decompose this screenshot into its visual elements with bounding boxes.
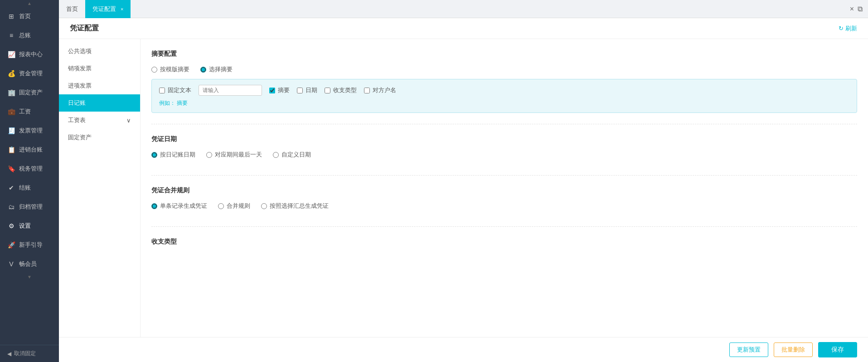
update-preview-button[interactable]: 更新预置 [729, 342, 768, 357]
radio-select-input[interactable] [200, 67, 206, 73]
tab-close-icon[interactable]: × [121, 6, 123, 12]
summary-config-title: 摘要配置 [151, 50, 857, 58]
merge-rules-title: 凭证合并规则 [151, 186, 857, 195]
fixed-assets-icon: 🏢 [7, 89, 15, 96]
checkout-icon: ✔ [7, 184, 15, 191]
tax-icon: 🔖 [7, 165, 15, 172]
sidebar-item-tax[interactable]: 🔖 税务管理 [0, 159, 59, 178]
batch-delete-button[interactable]: 批量删除 [774, 342, 813, 357]
checkbox-date-input[interactable] [297, 88, 303, 93]
checkbox-summary-input[interactable] [269, 88, 275, 93]
payroll-arrow-icon: ∨ [126, 117, 131, 124]
invoice-icon: 🧾 [7, 127, 15, 134]
sidebar-item-purchase-sales[interactable]: 📋 进销台账 [0, 140, 59, 159]
unpin-icon: ◀ [7, 351, 11, 357]
content-wrapper: 凭证配置 ↻ 刷新 公共选项 销项发票 进项发票 日记账 [59, 18, 868, 362]
page-header: 凭证配置 ↻ 刷新 [59, 18, 868, 39]
ledger-icon: ≡ [7, 32, 15, 39]
right-content: 摘要配置 按模版摘要 选择摘要 [141, 39, 868, 337]
sidebar-item-member[interactable]: V 畅会员 [0, 254, 59, 274]
checkbox-counterparty[interactable]: 对方户名 [364, 86, 396, 94]
sidebar-item-guide[interactable]: 🚀 新手引导 [0, 235, 59, 254]
body-layout: 公共选项 销项发票 进项发票 日记账 工资表 ∨ 固定资产 [59, 39, 868, 337]
radio-single-record[interactable]: 单条记录生成凭证 [151, 202, 207, 210]
radio-template-summary[interactable]: 按模版摘要 [151, 65, 189, 73]
guide-icon: 🚀 [7, 241, 15, 249]
sidebar-item-report[interactable]: 📈 报表中心 [0, 45, 59, 64]
sidebar-item-fund[interactable]: 💰 资金管理 [0, 64, 59, 83]
checkbox-summary[interactable]: 摘要 [269, 86, 290, 94]
summary-text-input[interactable] [199, 85, 262, 96]
radio-last-day[interactable]: 对应期间最后一天 [206, 151, 262, 159]
merge-rules-section: 凭证合并规则 单条记录生成凭证 合并规则 按照选择汇总生成凭证 [151, 186, 857, 227]
voucher-date-radio-row: 按日记账日期 对应期间最后一天 自定义日期 [151, 151, 857, 159]
radio-select-generate-input[interactable] [261, 203, 267, 209]
left-nav: 公共选项 销项发票 进项发票 日记账 工资表 ∨ 固定资产 [59, 39, 141, 337]
refresh-button[interactable]: ↻ 刷新 [839, 24, 857, 33]
nav-public-options[interactable]: 公共选项 [59, 43, 140, 60]
summary-radio-row: 按模版摘要 选择摘要 [151, 65, 857, 73]
checkbox-income-type[interactable]: 收支类型 [325, 86, 357, 94]
radio-last-day-input[interactable] [206, 152, 212, 158]
nav-purchase-invoice[interactable]: 进项发票 [59, 77, 140, 94]
sidebar-item-invoice[interactable]: 🧾 发票管理 [0, 121, 59, 140]
window-restore-icon[interactable]: ⧉ [858, 5, 863, 13]
sidebar-item-salary[interactable]: 💼 工资 [0, 102, 59, 121]
summary-config-section: 摘要配置 按模版摘要 选择摘要 [151, 50, 857, 124]
checkbox-fixed-text[interactable]: 固定文本 [159, 86, 191, 94]
radio-custom-date-input[interactable] [273, 152, 279, 158]
sidebar-item-settings[interactable]: ⚙ 设置 [0, 216, 59, 235]
sidebar-scroll-down[interactable]: ▼ [0, 274, 59, 280]
summary-config-box: 固定文本 摘要 日期 [151, 79, 857, 113]
salary-icon: 💼 [7, 108, 15, 115]
bottom-bar: 更新预置 批量删除 保存 [59, 337, 868, 362]
nav-fixed-assets[interactable]: 固定资产 [59, 129, 140, 146]
sidebar-scroll-up[interactable]: ▲ [0, 0, 59, 7]
radio-select-summary[interactable]: 选择摘要 [200, 65, 233, 73]
radio-by-journal-input[interactable] [151, 152, 157, 158]
summary-example: 例如： 摘要 [159, 99, 849, 107]
save-button[interactable]: 保存 [818, 342, 857, 357]
radio-template-input[interactable] [151, 67, 157, 73]
radio-by-journal[interactable]: 按日记账日期 [151, 151, 195, 159]
radio-custom-date[interactable]: 自定义日期 [273, 151, 311, 159]
voucher-date-title: 凭证日期 [151, 135, 857, 143]
window-close-icon[interactable]: × [850, 5, 854, 13]
sidebar: ▲ ⊞ 首页 ≡ 总账 📈 报表中心 💰 资金管理 🏢 固定资产 💼 工资 🧾 … [0, 0, 59, 362]
nav-sales-invoice[interactable]: 销项发票 [59, 60, 140, 77]
radio-select-generate[interactable]: 按照选择汇总生成凭证 [261, 202, 329, 210]
nav-payroll[interactable]: 工资表 ∨ [59, 112, 140, 129]
radio-single-record-input[interactable] [151, 203, 157, 209]
income-type-title: 收支类型 [151, 238, 857, 246]
report-icon: 📈 [7, 51, 15, 58]
summary-checkbox-row: 固定文本 摘要 日期 [159, 85, 849, 96]
sidebar-item-archive[interactable]: 🗂 归档管理 [0, 197, 59, 216]
tab-home[interactable]: 首页 [59, 0, 85, 18]
sidebar-item-home[interactable]: ⊞ 首页 [0, 7, 59, 26]
checkbox-income-type-input[interactable] [325, 88, 330, 93]
sidebar-item-fixed-assets[interactable]: 🏢 固定资产 [0, 83, 59, 102]
sidebar-item-checkout[interactable]: ✔ 结账 [0, 178, 59, 197]
sidebar-item-ledger[interactable]: ≡ 总账 [0, 26, 59, 45]
checkbox-counterparty-input[interactable] [364, 88, 370, 93]
nav-journal[interactable]: 日记账 [59, 94, 140, 112]
purchase-sales-icon: 📋 [7, 146, 15, 153]
member-icon: V [7, 260, 15, 268]
sidebar-unpin-button[interactable]: ◀ 取消固定 [0, 345, 59, 362]
page-title: 凭证配置 [70, 24, 99, 33]
income-type-section: 收支类型 [151, 238, 857, 264]
settings-icon: ⚙ [7, 222, 15, 230]
main-area: 首页 凭证配置 × × ⧉ 凭证配置 ↻ 刷新 公共选项 [59, 0, 868, 362]
fund-icon: 💰 [7, 70, 15, 77]
archive-icon: 🗂 [7, 203, 15, 210]
home-icon: ⊞ [7, 13, 15, 20]
radio-merge-rule[interactable]: 合并规则 [218, 202, 250, 210]
tab-voucher-config[interactable]: 凭证配置 × [85, 0, 131, 18]
refresh-icon: ↻ [839, 25, 844, 32]
checkbox-fixed-text-input[interactable] [159, 88, 165, 93]
radio-merge-rule-input[interactable] [218, 203, 224, 209]
checkbox-date[interactable]: 日期 [297, 86, 317, 94]
tab-bar-right: × ⧉ [850, 5, 868, 13]
tab-bar: 首页 凭证配置 × × ⧉ [59, 0, 868, 18]
merge-rules-radio-row: 单条记录生成凭证 合并规则 按照选择汇总生成凭证 [151, 202, 857, 210]
